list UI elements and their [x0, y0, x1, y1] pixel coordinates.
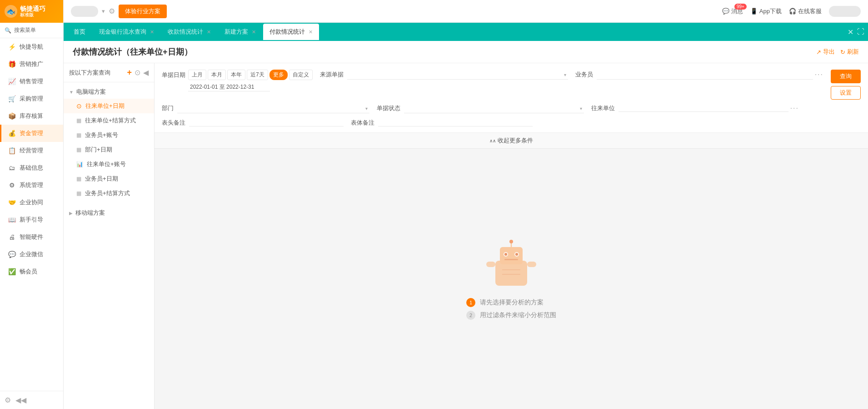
- scheme-item-label: 业务员+日期: [85, 175, 118, 183]
- salesman-filter: 业务员 ···: [575, 70, 823, 80]
- tab-close-payment-stats[interactable]: ✕: [309, 29, 313, 35]
- sidebar-item-label: 企业协同: [20, 198, 43, 207]
- dept-select[interactable]: [177, 103, 369, 113]
- scheme-item-label: 往来单位+结算方式: [85, 116, 136, 125]
- scheme-panel-title: 按以下方案查询: [69, 69, 110, 77]
- sidebar-item-sales[interactable]: 📈 销售管理: [0, 73, 63, 90]
- date-range-input[interactable]: [188, 83, 270, 91]
- scheme-item-label: 业务员+账号: [85, 131, 118, 139]
- salesman-ellipsis[interactable]: ···: [815, 71, 823, 79]
- scheme-settings-icon[interactable]: ⊙: [135, 68, 140, 77]
- tab-home[interactable]: 首页: [67, 24, 92, 40]
- voucher-status-select[interactable]: [404, 103, 584, 113]
- date-btn-this-month[interactable]: 本月: [208, 70, 226, 80]
- user-info-avatar[interactable]: [829, 6, 861, 17]
- sidebar-item-enterprise[interactable]: 🤝 企业协同: [0, 194, 63, 211]
- service-icon: 🎧: [789, 8, 796, 15]
- footer-settings-icon[interactable]: ⚙: [5, 396, 11, 404]
- tab-maximize-icon[interactable]: ⛶: [857, 28, 864, 36]
- head-note-input[interactable]: [189, 119, 344, 126]
- svg-rect-9: [486, 262, 495, 267]
- svg-rect-10: [527, 262, 536, 267]
- svg-point-5: [515, 253, 518, 256]
- scheme-item-salesman-date[interactable]: ▦ 业务员+日期: [64, 172, 154, 186]
- sidebar-item-operation[interactable]: 📋 经营管理: [0, 142, 63, 159]
- tab-receivable-stats[interactable]: 收款情况统计 ✕: [161, 24, 217, 40]
- body-note-input[interactable]: [378, 119, 533, 126]
- scheme-section-mobile-header[interactable]: ▶ 移动端方案: [64, 206, 154, 220]
- refresh-button[interactable]: ↻ 刷新: [840, 48, 859, 56]
- date-btn-last-month[interactable]: 上月: [188, 70, 206, 80]
- trial-button[interactable]: 体验行业方案: [119, 5, 167, 18]
- tab-close-receivable-stats[interactable]: ✕: [207, 29, 211, 35]
- filter-settings-button[interactable]: 设置: [831, 86, 861, 100]
- scheme-collapse-icon[interactable]: ◀: [143, 68, 149, 77]
- notice-button[interactable]: 💬 消息 99+: [722, 7, 743, 15]
- svg-rect-1: [500, 247, 523, 264]
- scheme-item-salesman-account[interactable]: ▦ 业务员+账号: [64, 128, 154, 142]
- date-btn-last7[interactable]: 近7天: [247, 70, 268, 80]
- sidebar-item-label: 经营管理: [20, 146, 43, 155]
- scheme-item-partner-settle[interactable]: ▦ 往来单位+结算方式: [64, 113, 154, 128]
- export-button[interactable]: ↗ 导出: [816, 48, 835, 56]
- collapse-button[interactable]: ∧∧ 收起更多条件: [155, 132, 868, 148]
- query-button[interactable]: 查询: [831, 70, 861, 83]
- source-select[interactable]: [347, 70, 568, 80]
- online-service-button[interactable]: 🎧 在线客服: [789, 7, 822, 15]
- app-download-button[interactable]: 📱 App下载: [750, 7, 782, 15]
- salesman-input[interactable]: [597, 70, 813, 80]
- scheme-section-pc-header[interactable]: ▼ 电脑端方案: [64, 85, 154, 99]
- filter-row-1: 单据日期 上月 本月 本年 近7天 更多 自定义: [155, 63, 868, 103]
- scheme-item-partner-account[interactable]: 📊 往来单位+账号: [64, 157, 154, 172]
- sidebar-item-system[interactable]: ⚙ 系统管理: [0, 177, 63, 194]
- sidebar-item-quick-nav[interactable]: ⚡ 快捷导航: [0, 38, 63, 56]
- sidebar-item-membership[interactable]: ✅ 畅会员: [0, 263, 63, 280]
- svg-point-4: [504, 253, 507, 256]
- tab-close-bank-flow[interactable]: ✕: [150, 29, 154, 35]
- sidebar-item-finance[interactable]: 💰 资金管理: [0, 125, 63, 142]
- sidebar-item-label: 快捷导航: [20, 43, 43, 51]
- scheme-item-label: 业务员+结算方式: [85, 189, 130, 197]
- sidebar-item-wechat[interactable]: 💬 企业微信: [0, 246, 63, 263]
- tab-payment-stats[interactable]: 付款情况统计 ✕: [263, 24, 319, 40]
- tab-close-all-icon[interactable]: ✕: [848, 28, 853, 36]
- topbar-user[interactable]: [71, 6, 98, 17]
- topbar-settings-icon[interactable]: ⚙: [109, 7, 115, 15]
- scheme-item-dept-date[interactable]: ▦ 部门+日期: [64, 142, 154, 157]
- body-note-filter: 表体备注: [351, 119, 533, 127]
- sidebar-item-label: 销售管理: [20, 77, 43, 86]
- source-label: 来源单据: [320, 71, 344, 79]
- topbar-dropdown-icon[interactable]: ▾: [102, 8, 105, 15]
- sidebar-item-guide[interactable]: 📖 新手引导: [0, 211, 63, 228]
- scheme-item-label: 往来单位+账号: [87, 160, 126, 168]
- scheme-item-partner-date[interactable]: ⊙ 往来单位+日期: [64, 99, 154, 113]
- dept-filter: 部门 ▾: [162, 103, 369, 113]
- date-row: 单据日期 上月 本月 本年 近7天 更多 自定义: [162, 70, 313, 80]
- sidebar-item-marketing[interactable]: 🎁 营销推广: [0, 56, 63, 73]
- date-btn-more[interactable]: 更多: [269, 70, 288, 80]
- filter-row-2: 部门 ▾ 单据状态: [155, 103, 868, 119]
- svg-rect-0: [495, 261, 527, 286]
- tab-new-scheme[interactable]: 新建方案 ✕: [218, 24, 262, 40]
- wechat-icon: 💬: [8, 250, 16, 258]
- workspace: 按以下方案查询 + ⊙ ◀ ▼ 电脑端方案 ⊙ 往来单位+日期: [64, 63, 868, 409]
- tab-close-new-scheme[interactable]: ✕: [252, 29, 256, 35]
- footer-collapse-icon[interactable]: ◀◀: [15, 396, 26, 404]
- sidebar-item-purchase[interactable]: 🛒 采购管理: [0, 90, 63, 107]
- page-header: 付款情况统计（往来单位+日期） ↗ 导出 ↻ 刷新: [64, 41, 868, 63]
- partner-ellipsis[interactable]: ···: [790, 104, 799, 112]
- tab-bank-flow[interactable]: 现金银行流水查询 ✕: [93, 24, 160, 40]
- scheme-add-icon[interactable]: +: [127, 68, 132, 77]
- filter-row-3: 表头备注 表体备注: [155, 119, 868, 132]
- sidebar-item-hardware[interactable]: 🖨 智能硬件: [0, 228, 63, 246]
- date-btn-custom[interactable]: 自定义: [289, 70, 313, 80]
- sidebar-item-inventory[interactable]: 📦 库存核算: [0, 107, 63, 125]
- scheme-item-salesman-settle[interactable]: ▦ 业务员+结算方式: [64, 186, 154, 201]
- partner-input[interactable]: [619, 105, 788, 112]
- date-btn-this-year[interactable]: 本年: [227, 70, 245, 80]
- sidebar-item-label: 库存核算: [20, 112, 43, 120]
- search-menu[interactable]: 🔍 搜索菜单: [0, 23, 63, 38]
- sidebar-item-basic[interactable]: 🗂 基础信息: [0, 159, 63, 177]
- membership-icon: ✅: [8, 268, 16, 276]
- search-icon: 🔍: [5, 27, 11, 34]
